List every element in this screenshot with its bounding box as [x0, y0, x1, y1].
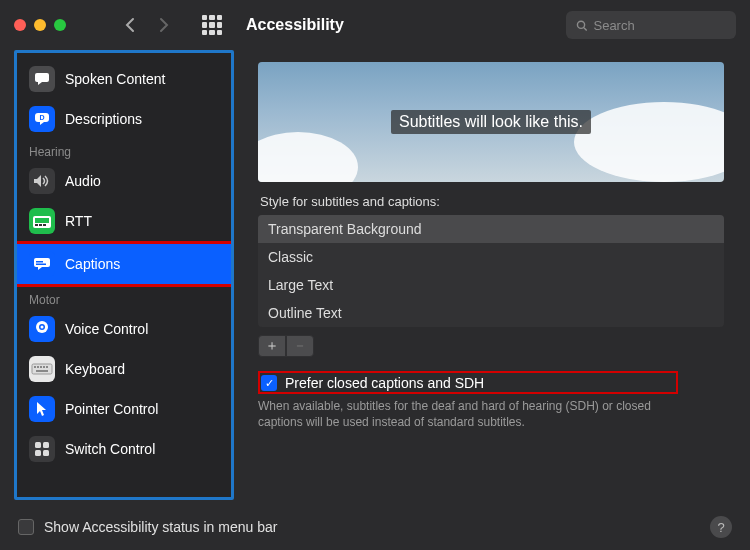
svg-rect-22 [36, 370, 48, 372]
svg-rect-19 [40, 366, 42, 368]
prefer-cc-label: Prefer closed captions and SDH [285, 375, 484, 391]
svg-point-0 [577, 21, 584, 28]
svg-rect-23 [35, 442, 41, 448]
svg-rect-2 [35, 73, 49, 82]
show-status-checkbox[interactable] [18, 519, 34, 535]
back-button[interactable] [116, 11, 144, 39]
svg-line-1 [584, 27, 587, 30]
svg-rect-18 [37, 366, 39, 368]
style-row-transparent[interactable]: Transparent Background [258, 215, 724, 243]
keyboard-icon [29, 356, 55, 382]
sidebar-item-switch-control[interactable]: Switch Control [17, 429, 231, 469]
sidebar-item-voice-control[interactable]: Voice Control [17, 309, 231, 349]
svg-rect-26 [43, 450, 49, 456]
speaker-icon [29, 168, 55, 194]
speech-bubble-icon [29, 66, 55, 92]
prefer-cc-description: When available, subtitles for the deaf a… [258, 398, 678, 430]
forward-button[interactable] [150, 11, 178, 39]
remove-style-button[interactable]: － [286, 335, 314, 357]
sidebar-item-audio[interactable]: Audio [17, 161, 231, 201]
svg-point-15 [41, 326, 44, 329]
window-title: Accessibility [246, 16, 344, 34]
sidebar-item-captions[interactable]: Captions [14, 241, 234, 287]
window-controls [14, 19, 66, 31]
style-list: Transparent Background Classic Large Tex… [258, 215, 724, 327]
switch-grid-icon [29, 436, 55, 462]
show-status-label: Show Accessibility status in menu bar [44, 519, 277, 535]
sidebar-item-label: Captions [65, 256, 120, 272]
sidebar-item-label: Switch Control [65, 441, 155, 457]
svg-rect-16 [32, 364, 52, 374]
sidebar-item-descriptions[interactable]: D Descriptions [17, 99, 231, 139]
sidebar: Spoken Content D Descriptions Hearing Au… [14, 50, 234, 500]
microphone-icon [29, 316, 55, 342]
style-section-label: Style for subtitles and captions: [260, 194, 724, 209]
titlebar: Accessibility [0, 0, 750, 50]
captions-icon [29, 251, 55, 277]
sidebar-item-label: Voice Control [65, 321, 148, 337]
footer: Show Accessibility status in menu bar ? [0, 504, 750, 550]
nav-arrows [116, 11, 178, 39]
search-icon [576, 19, 587, 32]
sidebar-category-hearing: Hearing [17, 139, 231, 161]
style-row-large-text[interactable]: Large Text [258, 271, 724, 299]
sidebar-item-keyboard[interactable]: Keyboard [17, 349, 231, 389]
add-style-button[interactable]: ＋ [258, 335, 286, 357]
content-area: Spoken Content D Descriptions Hearing Au… [0, 50, 750, 500]
cursor-icon [29, 396, 55, 422]
sidebar-item-label: RTT [65, 213, 92, 229]
sidebar-item-rtt[interactable]: RTT [17, 201, 231, 241]
svg-rect-7 [35, 224, 38, 226]
sidebar-item-label: Audio [65, 173, 101, 189]
prefer-cc-checkbox[interactable]: ✓ [261, 375, 277, 391]
show-all-prefs-button[interactable] [202, 15, 222, 35]
svg-rect-11 [36, 261, 43, 263]
svg-rect-9 [43, 224, 46, 226]
svg-text:D: D [39, 114, 44, 121]
close-window-button[interactable] [14, 19, 26, 31]
help-button[interactable]: ? [710, 516, 732, 538]
svg-rect-17 [34, 366, 36, 368]
style-row-classic[interactable]: Classic [258, 243, 724, 271]
prefer-cc-row: ✓ Prefer closed captions and SDH When av… [258, 371, 724, 430]
main-panel: Subtitles will look like this. Style for… [234, 50, 736, 500]
sidebar-item-label: Pointer Control [65, 401, 158, 417]
sidebar-item-label: Descriptions [65, 111, 142, 127]
search-input[interactable] [593, 18, 726, 33]
svg-rect-12 [36, 264, 46, 266]
minimize-window-button[interactable] [34, 19, 46, 31]
svg-rect-24 [43, 442, 49, 448]
style-add-remove-buttons: ＋ － [258, 335, 724, 357]
descriptions-icon: D [29, 106, 55, 132]
sidebar-item-label: Keyboard [65, 361, 125, 377]
svg-rect-25 [35, 450, 41, 456]
subtitle-sample-text: Subtitles will look like this. [391, 110, 591, 134]
svg-rect-21 [46, 366, 48, 368]
svg-rect-6 [35, 218, 49, 223]
sidebar-item-pointer-control[interactable]: Pointer Control [17, 389, 231, 429]
search-field[interactable] [566, 11, 736, 39]
sidebar-item-spoken-content[interactable]: Spoken Content [17, 59, 231, 99]
style-row-outline-text[interactable]: Outline Text [258, 299, 724, 327]
sidebar-category-motor: Motor [17, 287, 231, 309]
svg-rect-8 [39, 224, 42, 226]
rtt-icon [29, 208, 55, 234]
svg-rect-20 [43, 366, 45, 368]
zoom-window-button[interactable] [54, 19, 66, 31]
sidebar-item-label: Spoken Content [65, 71, 165, 87]
subtitle-preview: Subtitles will look like this. [258, 62, 724, 182]
